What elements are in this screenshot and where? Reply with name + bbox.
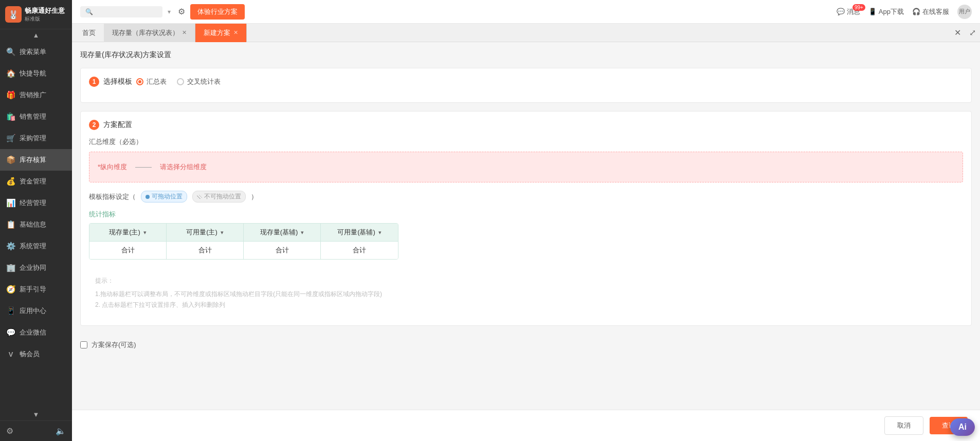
sidebar-item-label: 库存核算 <box>20 155 46 164</box>
building-icon: 🏢 <box>6 263 15 272</box>
stats-col-3-header[interactable]: 现存量(基辅) ▾ <box>244 224 320 242</box>
sidebar-item-search[interactable]: 🔍 搜索菜单 <box>0 41 72 63</box>
tab-inventory[interactable]: 现存量（库存状况表） ✕ <box>104 24 195 42</box>
indicator-label-text: 模板指标设定（ <box>89 192 136 201</box>
tabbar-close-btn[interactable]: ✕ <box>950 28 965 38</box>
stats-table: 现存量(主) ▾ 合计 可用量(主) ▾ <box>89 223 398 260</box>
tab-new-scheme-close[interactable]: ✕ <box>233 29 238 36</box>
stats-col-1-body-label: 合计 <box>121 246 135 255</box>
ai-label: Ai <box>958 422 967 431</box>
non-draggable-pattern <box>197 195 202 199</box>
ai-bubble[interactable]: Ai <box>950 418 975 436</box>
stats-col-2: 可用量(主) ▾ 合计 <box>167 224 244 259</box>
sidebar-item-enterprise[interactable]: 🏢 企业协同 <box>0 257 72 279</box>
sidebar-item-label: 快捷导航 <box>20 69 46 78</box>
radio-group: 汇总表 交叉统计表 <box>136 77 221 86</box>
sidebar-logo: 🐰 畅康通好生意 标准版 <box>0 0 72 29</box>
search-input[interactable] <box>96 8 142 15</box>
save-section: 方案保存(可选) <box>80 334 972 356</box>
save-checkbox[interactable] <box>80 341 87 348</box>
indicator-setting-label: 模板指标设定（ 可拖动位置 不可拖动位置 ） <box>89 191 963 203</box>
sidebar-item-inventory[interactable]: 📦 库存核算 <box>0 149 72 171</box>
sidebar-item-system[interactable]: ⚙️ 系统管理 <box>0 235 72 257</box>
stats-col-3: 现存量(基辅) ▾ 合计 <box>244 224 321 259</box>
dimension-dash: —— <box>135 162 152 172</box>
gear-icon: ⚙️ <box>6 242 15 251</box>
stats-col-1-header[interactable]: 现存量(主) ▾ <box>89 224 166 242</box>
sidebar-item-sales[interactable]: 🛍️ 销售管理 <box>0 106 72 127</box>
sidebar-scroll-down[interactable]: ▼ <box>0 409 72 420</box>
sidebar-footer: ⚙ 🔈 <box>0 420 72 441</box>
phone-icon: 📱 <box>6 306 15 316</box>
radio-cross[interactable]: 交叉统计表 <box>177 77 221 86</box>
section-2-label: 方案配置 <box>103 120 132 130</box>
message-badge: 99+ <box>852 4 865 11</box>
customer-service-label: 在线客服 <box>922 7 949 16</box>
sidebar-item-purchase[interactable]: 🛒 采购管理 <box>0 127 72 149</box>
sidebar-item-app-center[interactable]: 📱 应用中心 <box>0 300 72 322</box>
topbar-settings-icon[interactable]: ⚙ <box>178 7 185 16</box>
sidebar-item-member[interactable]: V 畅会员 <box>0 343 72 365</box>
search-icon: 🔍 <box>85 8 93 15</box>
stats-col-4-header[interactable]: 可用量(基辅) ▾ <box>321 224 398 242</box>
dropdown-icon[interactable]: ▾ <box>168 8 171 15</box>
audio-icon[interactable]: 🔈 <box>56 426 66 436</box>
radio-summary-label: 汇总表 <box>147 77 167 86</box>
radio-cross-btn[interactable] <box>177 78 184 85</box>
stats-col-3-body-label: 合计 <box>276 246 289 255</box>
sidebar-item-label: 企业微信 <box>20 328 46 337</box>
radio-summary-btn[interactable] <box>136 78 143 85</box>
stats-col-2-header-label: 可用量(主) <box>186 228 217 237</box>
stats-col-2-body: 合计 <box>167 242 243 259</box>
stats-col-3-header-label: 现存量(基辅) <box>260 228 298 237</box>
chevron-down-icon[interactable]: ▾ <box>143 229 147 236</box>
sidebar-nav: 🔍 搜索菜单 🏠 快捷导航 🎁 营销推广 🛍️ 销售管理 🛒 采购管理 📦 库存… <box>0 41 72 409</box>
stats-col-2-header[interactable]: 可用量(主) ▾ <box>167 224 243 242</box>
tab-new-scheme[interactable]: 新建方案 ✕ <box>195 24 247 42</box>
cancel-button[interactable]: 取消 <box>884 416 923 435</box>
sidebar-scroll-up[interactable]: ▲ <box>0 29 72 41</box>
trial-button[interactable]: 体验行业方案 <box>190 4 245 20</box>
dimension-placeholder: 请选择分组维度 <box>160 162 207 172</box>
tab-home[interactable]: 首页 <box>74 24 104 42</box>
tips-section: 提示： 1.拖动标题栏可以调整布局，不可跨维度或指标区域拖动栏目字段(只能在同一… <box>89 269 963 317</box>
indicator-setting: 模板指标设定（ 可拖动位置 不可拖动位置 ） <box>89 191 963 203</box>
radio-summary[interactable]: 汇总表 <box>136 77 167 86</box>
chevron-down-icon[interactable]: ▾ <box>301 229 304 236</box>
sidebar-item-label: 营销推广 <box>20 90 46 100</box>
tab-new-scheme-label: 新建方案 <box>204 28 230 38</box>
sidebar-item-label: 畅会员 <box>20 350 40 359</box>
settings-icon[interactable]: ⚙ <box>6 426 13 436</box>
sidebar-item-management[interactable]: 📊 经营管理 <box>0 192 72 214</box>
section-1-label: 选择模板 <box>103 77 132 86</box>
chevron-down-icon[interactable]: ▾ <box>221 229 224 236</box>
sidebar-item-basic-info[interactable]: 📋 基础信息 <box>0 214 72 235</box>
indicator-closing: ） <box>251 192 258 201</box>
customer-service-action[interactable]: 🎧 在线客服 <box>912 7 949 16</box>
avatar-label: 用户 <box>959 8 970 15</box>
sidebar-item-guide[interactable]: 🧭 新手引导 <box>0 279 72 300</box>
section-2-header: 2 方案配置 <box>89 120 963 130</box>
app-download-action[interactable]: 📱 App下载 <box>868 7 904 16</box>
section-1: 1 选择模板 汇总表 交叉统计表 <box>80 68 972 103</box>
money-icon: 💰 <box>6 177 15 186</box>
search-box[interactable]: 🔍 <box>80 6 162 17</box>
sidebar-item-label: 经营管理 <box>20 198 46 208</box>
sidebar-item-label: 基础信息 <box>20 220 46 229</box>
box-icon: 📦 <box>6 155 15 164</box>
sidebar-item-marketing[interactable]: 🎁 营销推广 <box>0 84 72 106</box>
clipboard-icon: 📋 <box>6 220 15 229</box>
section-1-header: 1 选择模板 汇总表 交叉统计表 <box>89 77 963 87</box>
sidebar-item-quick-nav[interactable]: 🏠 快捷导航 <box>0 63 72 84</box>
message-action[interactable]: 💬 消息 99+ <box>837 7 860 16</box>
draggable-chip-dot <box>146 195 150 199</box>
tabbar-expand-btn[interactable]: ⤢ <box>965 28 980 38</box>
avatar[interactable]: 用户 <box>957 5 972 19</box>
sidebar-item-label: 企业协同 <box>20 263 46 272</box>
sidebar-item-finance[interactable]: 💰 资金管理 <box>0 171 72 192</box>
sidebar-item-label: 资金管理 <box>20 177 46 186</box>
sidebar-item-wechat[interactable]: 💬 企业微信 <box>0 322 72 343</box>
chevron-down-icon[interactable]: ▾ <box>378 229 382 236</box>
tab-inventory-close[interactable]: ✕ <box>182 29 187 36</box>
dimension-area[interactable]: *纵向维度 —— 请选择分组维度 <box>89 152 963 182</box>
